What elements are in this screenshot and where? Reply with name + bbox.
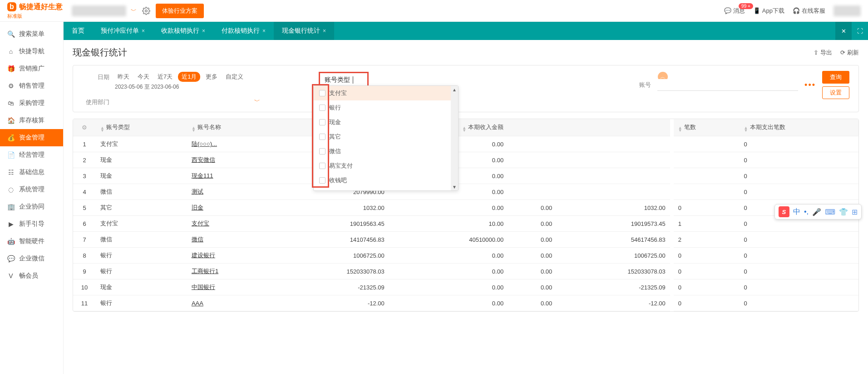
dept-select[interactable]: ﹀ bbox=[115, 95, 260, 107]
dropdown-option[interactable]: 现金 bbox=[314, 115, 458, 130]
scroll-up-icon[interactable]: ▲ bbox=[451, 86, 458, 93]
account-name-link[interactable]: AAA bbox=[192, 300, 203, 307]
column-header[interactable]: ▲▼账号类型 bbox=[96, 119, 187, 136]
dropdown-option[interactable]: 易宝支付 bbox=[314, 159, 458, 173]
sidebar-item[interactable]: 💬企业微信 bbox=[0, 250, 63, 267]
table-row[interactable]: 7 微信 微信 14107456.83 40510000.00 0.00 546… bbox=[73, 232, 858, 248]
checkbox[interactable] bbox=[319, 134, 326, 140]
checkbox[interactable] bbox=[319, 105, 326, 111]
sidebar-item[interactable]: 🎁营销推广 bbox=[0, 60, 63, 77]
account-name-link[interactable]: 测试 bbox=[192, 188, 203, 195]
sidebar-item[interactable]: ▶新手引导 bbox=[0, 215, 63, 233]
sogou-icon[interactable]: S bbox=[779, 206, 789, 217]
dropdown-option[interactable]: 收钱吧 bbox=[314, 173, 458, 188]
account-name-link[interactable]: 中国银行 bbox=[192, 284, 215, 290]
trial-button[interactable]: 体验行业方案 bbox=[156, 4, 204, 18]
date-option[interactable]: 昨天 bbox=[115, 72, 132, 82]
account-input[interactable] bbox=[657, 79, 798, 91]
table-row[interactable]: 6 支付宝 支付宝 19019563.45 10.00 0.00 1901957… bbox=[73, 216, 858, 232]
ime-punct-icon[interactable]: •, bbox=[804, 208, 809, 216]
sidebar-item[interactable]: 🏢企业协同 bbox=[0, 198, 63, 215]
table-row[interactable]: 9 银行 工商银行1 152033078.03 0.00 0.00 152033… bbox=[73, 264, 858, 279]
ime-keyboard-icon[interactable]: ⌨ bbox=[825, 208, 835, 216]
fullscreen-icon[interactable]: ⛶ bbox=[852, 22, 868, 40]
org-dropdown-icon[interactable]: ﹀ bbox=[131, 7, 137, 15]
close-icon[interactable]: × bbox=[202, 28, 205, 34]
column-header[interactable]: ▲▼笔数 bbox=[672, 119, 740, 136]
dropdown-option[interactable]: 微信 bbox=[314, 144, 458, 159]
dropdown-option[interactable]: 长沙银行 bbox=[314, 188, 458, 190]
table-row[interactable]: 11 银行 AAA -12.00 0.00 0.00 -12.00 0 0 bbox=[73, 295, 858, 311]
tab[interactable]: 首页 bbox=[64, 22, 93, 40]
sidebar-item[interactable]: 🔍搜索菜单 bbox=[0, 25, 63, 43]
ime-lang[interactable]: 中 bbox=[793, 207, 800, 217]
checkbox[interactable] bbox=[319, 148, 326, 155]
support-link[interactable]: 🎧 在线客服 bbox=[793, 7, 825, 15]
sidebar-item[interactable]: 🏠库存核算 bbox=[0, 112, 63, 129]
sidebar-item[interactable]: ◌系统管理 bbox=[0, 181, 63, 198]
table-row[interactable]: 10 现金 中国银行 -21325.09 0.00 0.00 -21325.09… bbox=[73, 279, 858, 295]
tab[interactable]: 现金银行统计× bbox=[274, 22, 334, 40]
dropdown-option[interactable]: 支付宝 bbox=[314, 86, 458, 100]
date-option[interactable]: 近1月 bbox=[178, 72, 200, 82]
export-button[interactable]: ⇪ 导出 bbox=[814, 49, 832, 57]
column-header[interactable]: ▲▼账号名称 bbox=[187, 119, 278, 136]
account-name-link[interactable]: 微信 bbox=[192, 236, 203, 243]
tab[interactable]: 预付冲应付单× bbox=[93, 22, 153, 40]
sidebar-item[interactable]: 🛍采购管理 bbox=[0, 95, 63, 112]
messages-link[interactable]: 💬 消息 99 + bbox=[724, 7, 745, 15]
sidebar-item[interactable]: 🤖智能硬件 bbox=[0, 233, 63, 250]
date-option[interactable]: 更多 bbox=[203, 72, 220, 82]
sidebar-item[interactable]: ☷基础信息 bbox=[0, 164, 63, 181]
ime-mic-icon[interactable]: 🎤 bbox=[812, 208, 821, 216]
close-icon[interactable]: × bbox=[323, 28, 326, 34]
checkbox[interactable] bbox=[319, 90, 326, 96]
date-option[interactable]: 自定义 bbox=[223, 72, 246, 82]
more-dots-icon[interactable]: ••• bbox=[804, 80, 816, 90]
table-row[interactable]: 5 其它 旧金 1032.00 0.00 0.00 1032.00 0 0 bbox=[73, 200, 858, 216]
column-header[interactable] bbox=[557, 119, 671, 136]
account-name-link[interactable]: 现金111 bbox=[192, 172, 213, 179]
table-row[interactable]: 4 微信 测试 2079990.00 0.00 0 bbox=[73, 184, 858, 200]
table-row[interactable]: 1 支付宝 陆(○○○)... -10000.00 0.00 0 bbox=[73, 136, 858, 152]
column-header[interactable] bbox=[508, 119, 557, 136]
user-avatar-blurred[interactable] bbox=[833, 5, 861, 16]
checkbox[interactable] bbox=[319, 163, 326, 169]
account-name-link[interactable]: 西安微信 bbox=[192, 156, 215, 163]
account-name-link[interactable]: 陆(○○○)... bbox=[192, 140, 217, 147]
account-name-link[interactable]: 支付宝 bbox=[192, 220, 209, 227]
table-settings-icon[interactable]: ⚙ bbox=[73, 119, 96, 136]
column-header[interactable]: ▲▼本期支出笔数 bbox=[740, 119, 858, 136]
checkbox[interactable] bbox=[319, 177, 326, 184]
refresh-button[interactable]: ⟳ 刷新 bbox=[840, 49, 859, 57]
close-tab-button[interactable]: ✕ bbox=[835, 22, 852, 40]
checkbox[interactable] bbox=[319, 119, 326, 125]
sidebar-item[interactable]: 💰资金管理 bbox=[0, 129, 63, 146]
table-row[interactable]: 8 银行 建设银行 1006725.00 0.00 0.00 1006725.0… bbox=[73, 248, 858, 264]
account-name-link[interactable]: 建设银行 bbox=[192, 252, 215, 259]
sidebar-item[interactable]: V畅会员 bbox=[0, 267, 63, 284]
gear-icon[interactable] bbox=[142, 7, 150, 15]
account-name-link[interactable]: 旧金 bbox=[192, 204, 203, 211]
scroll-down-icon[interactable]: ▼ bbox=[451, 183, 458, 190]
sidebar-item[interactable]: ⚙销售管理 bbox=[0, 77, 63, 95]
ime-toolbox-icon[interactable]: ⊞ bbox=[852, 208, 858, 216]
ime-toolbar[interactable]: S 中 •, 🎤 ⌨ 👕 ⊞ bbox=[774, 204, 862, 219]
query-button[interactable]: 查询 bbox=[822, 71, 849, 84]
ime-skin-icon[interactable]: 👕 bbox=[839, 208, 848, 216]
settings-button[interactable]: 设置 bbox=[822, 86, 849, 99]
tab[interactable]: 付款核销执行× bbox=[213, 22, 274, 40]
date-option[interactable]: 今天 bbox=[135, 72, 152, 82]
table-row[interactable]: 2 现金 西安微信 -40990.00 0.00 0 bbox=[73, 152, 858, 168]
close-icon[interactable]: × bbox=[262, 28, 266, 34]
app-download-link[interactable]: 📱 App下载 bbox=[753, 7, 784, 15]
sidebar-item[interactable]: 📄经营管理 bbox=[0, 146, 63, 164]
close-icon[interactable]: × bbox=[142, 28, 145, 34]
dropdown-option[interactable]: 其它 bbox=[314, 130, 458, 144]
table-row[interactable]: 3 现金 现金111 53337567.78 0.00 0 bbox=[73, 168, 858, 184]
sidebar-item[interactable]: ⌂快捷导航 bbox=[0, 43, 63, 60]
dropdown-scrollbar[interactable]: ▲ ▼ bbox=[451, 86, 458, 190]
date-option[interactable]: 近7天 bbox=[155, 72, 175, 82]
tab[interactable]: 收款核销执行× bbox=[153, 22, 213, 40]
account-name-link[interactable]: 工商银行1 bbox=[192, 268, 218, 274]
